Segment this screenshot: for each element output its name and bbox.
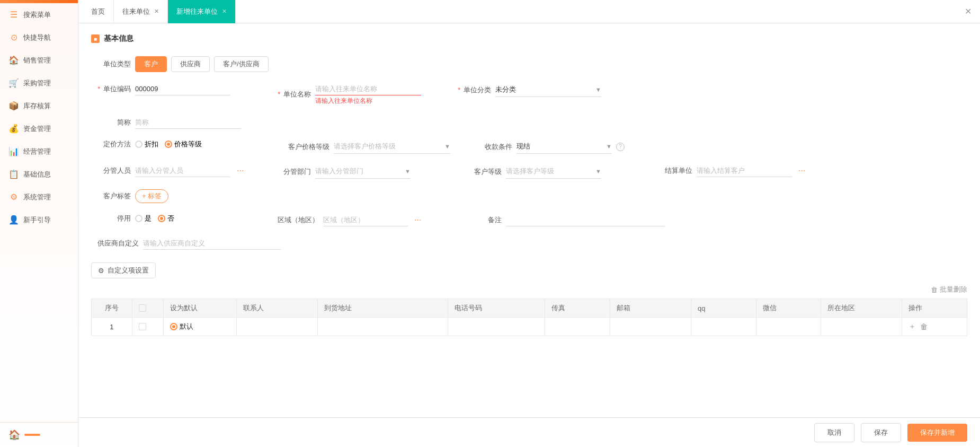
unit-name-input[interactable] bbox=[315, 83, 421, 95]
row-contact[interactable] bbox=[237, 318, 318, 336]
sidebar-item-label: 库存核算 bbox=[23, 101, 51, 111]
box-icon: 📦 bbox=[8, 101, 19, 111]
unit-name-required: * bbox=[278, 90, 280, 98]
department-select[interactable]: 请输入分管部门 ▼ bbox=[315, 164, 411, 179]
radio-discount[interactable]: 折扣 bbox=[135, 139, 158, 149]
cancel-button[interactable]: 取消 bbox=[814, 423, 854, 442]
row-contact-input[interactable] bbox=[243, 323, 311, 331]
remark-input[interactable] bbox=[506, 214, 665, 226]
region-more-btn[interactable]: ··· bbox=[412, 215, 423, 225]
unit-name-field: * 单位名称 请输入往来单位名称 bbox=[271, 83, 451, 106]
sidebar-item-sales[interactable]: 🏠 销售管理 bbox=[0, 49, 78, 72]
manager-input[interactable] bbox=[135, 164, 230, 177]
table-select-all[interactable] bbox=[139, 304, 146, 312]
settings-icon: ⚙ bbox=[98, 267, 104, 275]
short-name-input[interactable] bbox=[135, 116, 241, 129]
row-checkbox[interactable] bbox=[139, 323, 146, 330]
supplier-custom-input[interactable] bbox=[143, 237, 281, 250]
row-wechat[interactable] bbox=[756, 318, 821, 336]
unit-category-value: 未分类 bbox=[495, 85, 593, 94]
supplier-custom-label: 供应商自定义 bbox=[91, 239, 139, 248]
row-manager: 分管人员 ··· 分管部门 请输入分管部门 ▼ 客户等级 请选择客户等级 ▼ 结… bbox=[91, 164, 967, 179]
row-address[interactable] bbox=[318, 318, 448, 336]
unit-btn-both[interactable]: 客户/供应商 bbox=[214, 56, 269, 72]
manager-field: 分管人员 ··· bbox=[91, 164, 271, 177]
pricing-method-field: 定价方法 折扣 价格等级 bbox=[91, 139, 282, 149]
sidebar-item-finance[interactable]: 💰 资金管理 bbox=[0, 117, 78, 140]
tab-new-partner-close[interactable]: ✕ bbox=[222, 8, 227, 15]
row-email[interactable] bbox=[610, 318, 691, 336]
row-fax-input[interactable] bbox=[551, 323, 603, 331]
sidebar-item-label: 快捷导航 bbox=[23, 33, 51, 42]
row-add-btn[interactable]: ＋ bbox=[908, 322, 916, 331]
row-phone[interactable] bbox=[448, 318, 545, 336]
row-email-input[interactable] bbox=[617, 323, 684, 331]
money-icon: 💰 bbox=[8, 124, 19, 134]
radio-disabled-no[interactable]: 否 bbox=[158, 214, 174, 223]
radio-price-level[interactable]: 价格等级 bbox=[165, 139, 202, 149]
row-action-group: ＋ 🗑 bbox=[908, 322, 960, 331]
row-qq[interactable] bbox=[691, 318, 756, 336]
list-icon: 📋 bbox=[8, 169, 19, 179]
payment-terms-info-icon[interactable]: ? bbox=[616, 143, 625, 151]
sidebar-item-label: 经营管理 bbox=[23, 147, 51, 156]
sidebar-item-search[interactable]: ☰ 搜索菜单 bbox=[0, 3, 78, 26]
sidebar-item-inventory[interactable]: 📦 库存核算 bbox=[0, 94, 78, 117]
row-location-input[interactable] bbox=[827, 323, 895, 331]
customer-price-level-select[interactable]: 请选择客户价格等级 ▼ bbox=[334, 139, 450, 154]
row-wechat-input[interactable] bbox=[763, 323, 815, 331]
row-delete-btn[interactable]: 🗑 bbox=[920, 322, 928, 331]
payment-terms-arrow: ▼ bbox=[606, 143, 612, 150]
sidebar-item-newbie[interactable]: 👤 新手引导 bbox=[0, 208, 78, 231]
tab-new-partner[interactable]: 新增往来单位 ✕ bbox=[168, 0, 236, 23]
unit-type-field: 单位类型 客户 供应商 客户/供应商 bbox=[91, 56, 967, 72]
tab-close-all-button[interactable]: ✕ bbox=[960, 4, 976, 19]
radio-disabled-yes-label: 是 bbox=[145, 214, 152, 223]
unit-btn-supplier[interactable]: 供应商 bbox=[171, 56, 210, 72]
tab-partners-close[interactable]: ✕ bbox=[154, 8, 159, 15]
sidebar-item-base-info[interactable]: 📋 基础信息 bbox=[0, 163, 78, 186]
row-default-radio[interactable]: 默认 bbox=[170, 322, 230, 331]
customer-level-select[interactable]: 请选择客户等级 ▼ bbox=[506, 164, 601, 179]
sidebar-item-purchase[interactable]: 🛒 采购管理 bbox=[0, 72, 78, 94]
payment-terms-select[interactable]: 现结 ▼ bbox=[516, 139, 612, 154]
tab-home[interactable]: 首页 bbox=[83, 0, 114, 23]
sidebar-bottom-icon: 🏠 bbox=[8, 429, 20, 441]
row-fax[interactable] bbox=[545, 318, 610, 336]
unit-category-field: * 单位分类 未分类 ▼ bbox=[451, 83, 642, 97]
table-row: 1 默认 bbox=[92, 318, 967, 336]
save-button[interactable]: 保存 bbox=[861, 423, 901, 442]
bottom-action-bar: 取消 保存 保存并新增 bbox=[78, 417, 980, 447]
row-qq-input[interactable] bbox=[698, 323, 750, 331]
unit-code-input[interactable] bbox=[135, 83, 230, 95]
sidebar-item-label: 采购管理 bbox=[23, 78, 51, 88]
tag-add-label: + 标签 bbox=[142, 191, 162, 201]
tab-partners-label: 往来单位 bbox=[122, 7, 150, 16]
radio-disabled-no-label: 否 bbox=[167, 214, 174, 223]
row-location[interactable] bbox=[821, 318, 902, 336]
disabled-radios: 是 否 bbox=[135, 214, 174, 223]
unit-code-field: * 单位编码 bbox=[91, 83, 271, 95]
radio-price-level-circle bbox=[165, 141, 172, 148]
unit-btn-customer[interactable]: 客户 bbox=[135, 56, 167, 72]
radio-disabled-yes[interactable]: 是 bbox=[135, 214, 152, 223]
sidebar-item-quicknav[interactable]: ⊙ 快捷导航 bbox=[0, 26, 78, 49]
customer-tag-add-btn[interactable]: + 标签 bbox=[135, 189, 168, 203]
settlement-unit-input[interactable] bbox=[697, 164, 792, 177]
row-phone-input[interactable] bbox=[455, 323, 539, 331]
row-address-input[interactable] bbox=[324, 323, 441, 331]
manager-more-btn[interactable]: ··· bbox=[235, 166, 246, 176]
region-input[interactable] bbox=[323, 214, 408, 226]
customer-price-level-placeholder: 请选择客户价格等级 bbox=[334, 142, 442, 151]
row-tags: 客户标签 + 标签 bbox=[91, 189, 967, 203]
table-section: ⚙ 自定义项设置 🗑 批量删除 序号 设为默认 bbox=[91, 262, 967, 336]
tab-partners[interactable]: 往来单位 ✕ bbox=[114, 0, 168, 23]
settlement-unit-more-btn[interactable]: ··· bbox=[796, 166, 807, 176]
sidebar-item-system[interactable]: ⚙ 系统管理 bbox=[0, 186, 78, 208]
save-and-new-button[interactable]: 保存并新增 bbox=[907, 424, 967, 442]
unit-category-select[interactable]: 未分类 ▼ bbox=[495, 83, 601, 97]
sidebar-item-operations[interactable]: 📊 经营管理 bbox=[0, 140, 78, 163]
search-icon: ☰ bbox=[8, 10, 19, 20]
batch-delete-button[interactable]: 🗑 批量删除 bbox=[931, 285, 967, 294]
custom-settings-button[interactable]: ⚙ 自定义项设置 bbox=[91, 262, 156, 278]
